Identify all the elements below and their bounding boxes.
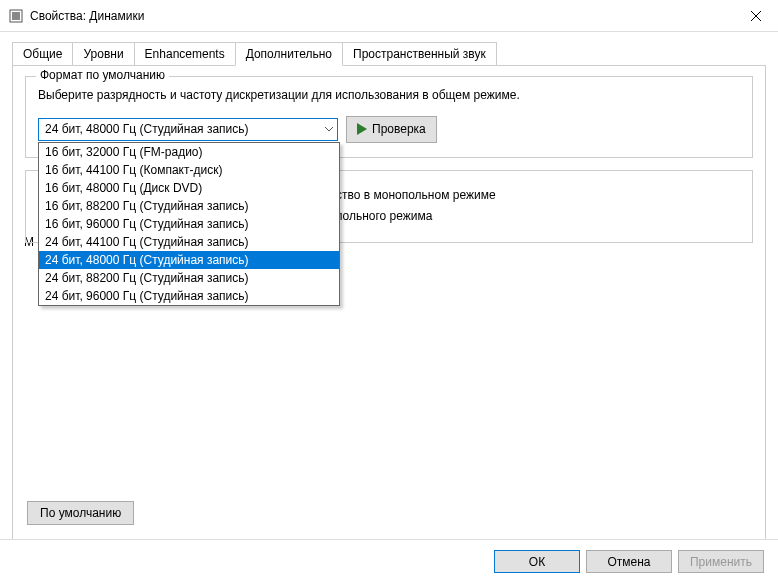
dropdown-option[interactable]: 16 бит, 88200 Гц (Студийная запись)	[39, 197, 339, 215]
chevron-down-icon	[325, 124, 333, 134]
combobox-selected-text: 24 бит, 48000 Гц (Студийная запись)	[45, 122, 249, 136]
dialog-footer: ОК Отмена Применить	[0, 539, 778, 583]
dropdown-option[interactable]: 24 бит, 96000 Гц (Студийная запись)	[39, 287, 339, 305]
dropdown-option[interactable]: 16 бит, 48000 Гц (Диск DVD)	[39, 179, 339, 197]
tab-bar: Общие Уровни Enhancements Дополнительно …	[0, 32, 778, 66]
cancel-button[interactable]: Отмена	[586, 550, 672, 573]
svg-rect-1	[12, 12, 20, 20]
tab-enhancements[interactable]: Enhancements	[134, 42, 236, 66]
tab-levels[interactable]: Уровни	[72, 42, 134, 66]
dropdown-option[interactable]: 16 бит, 44100 Гц (Компакт-диск)	[39, 161, 339, 179]
test-button[interactable]: Проверка	[346, 116, 437, 143]
titlebar: Свойства: Динамики	[0, 0, 778, 32]
exclusive-line-2: польного режима	[336, 206, 740, 228]
tab-content-advanced: Формат по умолчанию Выберите разрядность…	[12, 65, 766, 540]
format-description: Выберите разрядность и частоту дискретиз…	[38, 87, 740, 104]
dropdown-option[interactable]: 24 бит, 48000 Гц (Студийная запись)	[39, 251, 339, 269]
exclusive-line-1: ство в монопольном режиме	[336, 185, 740, 207]
ok-button[interactable]: ОК	[494, 550, 580, 573]
svg-marker-4	[357, 123, 367, 135]
tab-advanced[interactable]: Дополнительно	[235, 42, 343, 66]
tab-general[interactable]: Общие	[12, 42, 73, 66]
test-button-label: Проверка	[372, 122, 426, 136]
format-combobox[interactable]: 24 бит, 48000 Гц (Студийная запись) 16 б…	[38, 118, 338, 141]
dropdown-option[interactable]: 16 бит, 96000 Гц (Студийная запись)	[39, 215, 339, 233]
fieldset-default-format: Формат по умолчанию Выберите разрядность…	[25, 76, 753, 158]
play-icon	[357, 123, 367, 135]
format-dropdown-list: 16 бит, 32000 Гц (FM-радио) 16 бит, 4410…	[38, 142, 340, 306]
dropdown-option[interactable]: 24 бит, 44100 Гц (Студийная запись)	[39, 233, 339, 251]
apply-button[interactable]: Применить	[678, 550, 764, 573]
legend-default-format: Формат по умолчанию	[36, 68, 169, 82]
dropdown-option[interactable]: 24 бит, 88200 Гц (Студийная запись)	[39, 269, 339, 287]
restore-defaults-button[interactable]: По умолчанию	[27, 501, 134, 525]
tab-spatial[interactable]: Пространственный звук	[342, 42, 497, 66]
app-icon	[8, 8, 24, 24]
dropdown-option[interactable]: 16 бит, 32000 Гц (FM-радио)	[39, 143, 339, 161]
close-button[interactable]	[733, 1, 778, 31]
window-title: Свойства: Динамики	[30, 9, 733, 23]
